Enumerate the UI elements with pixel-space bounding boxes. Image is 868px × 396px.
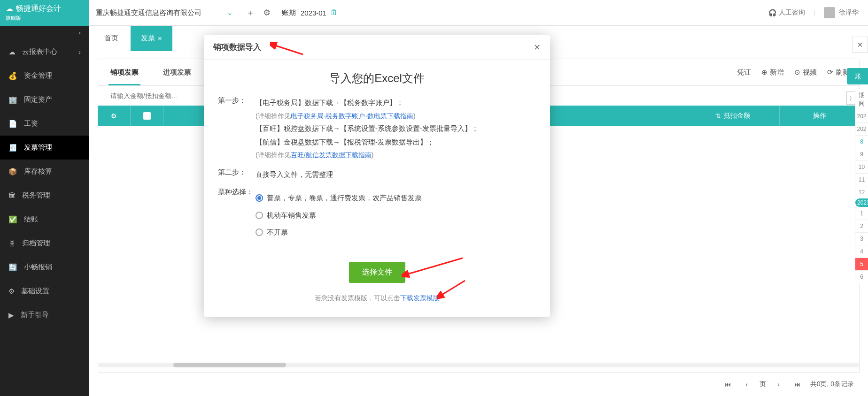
radio-vehicle-invoice[interactable]: 机动车销售发票: [256, 209, 536, 222]
bw-hx-guide-link[interactable]: 百旺/航信发票数据下载指南: [291, 151, 372, 159]
radio-icon: [256, 194, 263, 202]
modal-title: 销项数据导入: [213, 42, 261, 53]
etax-guide-link[interactable]: 电子税务局-税务数字账户-数电票下载指南: [291, 112, 413, 120]
modal-heading: 导入您的Excel文件: [218, 71, 536, 86]
radio-general-invoice[interactable]: 普票，专票，卷票，通行费发票，农产品销售发票: [256, 191, 536, 205]
step1-text1: 【电子税务局】数据下载→【税务数字账户】；: [256, 96, 536, 110]
step1-text3: 【航信】金税盘数据下载→【报税管理-发票数据导出】；: [256, 136, 536, 149]
import-modal: 销项数据导入 ✕ 导入您的Excel文件 第一步： 【电子税务局】数据下载→【税…: [204, 35, 550, 317]
type-label: 票种选择：: [218, 188, 256, 243]
radio-no-invoice[interactable]: 不开票: [256, 226, 536, 239]
radio-icon: [256, 212, 263, 219]
modal-close-button[interactable]: ✕: [534, 42, 541, 53]
step2-text: 直接导入文件，无需整理: [256, 168, 536, 182]
step1-label: 第一步：: [218, 96, 256, 161]
step2-label: 第二步：: [218, 168, 256, 182]
choose-file-button[interactable]: 选择文件: [349, 262, 405, 283]
radio-icon: [256, 228, 263, 236]
step1-text2: 【百旺】税控盘数据下载→【系统设置-系统参数设置-发票批量导入】；: [256, 122, 536, 136]
download-template-link[interactable]: 下载发票模版: [400, 294, 440, 302]
template-hint-text: 若您没有发票模版，可以点击: [315, 294, 400, 302]
